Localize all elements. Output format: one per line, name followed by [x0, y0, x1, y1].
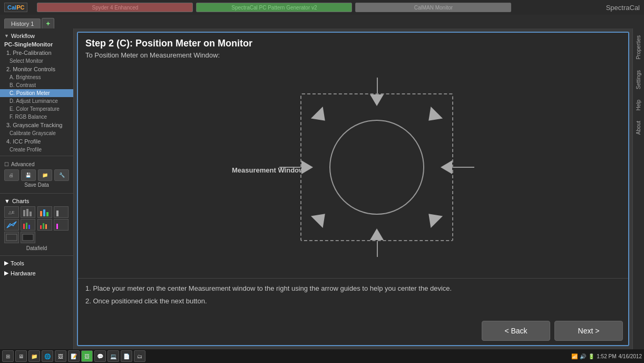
step-header: Step 2 (C): Position Meter on Monitor To…: [78, 33, 628, 62]
chart-icon-7[interactable]: [37, 219, 52, 231]
chart-icon-5[interactable]: [4, 219, 19, 231]
taskbar-date: 4/16/2012: [619, 354, 642, 359]
logo-cal: Cal: [7, 4, 16, 11]
taskbar-icon-7[interactable]: 💬: [94, 350, 106, 362]
charts-title[interactable]: ▼ Charts: [4, 198, 69, 204]
sidebar-item-select-monitor[interactable]: Select Monitor: [0, 57, 73, 65]
taskbar-icon-2[interactable]: 📁: [28, 350, 40, 362]
hardware-label: Hardware: [11, 270, 36, 276]
tab-bar: History 1 +: [0, 15, 644, 28]
calman-indicator[interactable]: CalMAN Monitor: [355, 3, 511, 12]
diagram-container: Measurement Window: [227, 80, 480, 260]
taskbar-icon-3[interactable]: 🌐: [42, 350, 53, 362]
sidebar-item-rgb-balance[interactable]: F. RGB Balance: [0, 113, 73, 121]
tool-icon-2[interactable]: 💾: [21, 169, 36, 181]
chart-icon-4[interactable]: [54, 206, 69, 218]
taskbar-icon-1[interactable]: 🖥: [15, 350, 27, 362]
arrow-top: [370, 94, 384, 106]
chart-icon-3[interactable]: [37, 206, 52, 218]
chart-icon-8[interactable]: [54, 219, 69, 231]
logo-pc: PC: [16, 4, 24, 11]
right-tab-about[interactable]: About: [633, 116, 643, 139]
step-subtitle: To Position Meter on Measurement Window:: [85, 51, 621, 59]
advanced-label: Advanced: [11, 161, 34, 167]
instruction-1: 1. Place your meter on the center Measur…: [85, 284, 621, 293]
svg-rect-1: [26, 209, 28, 216]
svg-rect-16: [23, 234, 33, 241]
sidebar-item-position-meter[interactable]: C. Position Meter: [0, 89, 73, 97]
taskbar-icon-6[interactable]: 🖼: [81, 350, 93, 362]
sidebar-item-grayscale-tracking[interactable]: 3. Grayscale Tracking: [0, 121, 73, 129]
taskbar-icon-5[interactable]: 📝: [68, 350, 80, 362]
workflow-label: Workflow: [11, 33, 35, 39]
right-tab-settings[interactable]: Settings: [633, 65, 643, 94]
tool-icon-1[interactable]: 🖨: [4, 169, 19, 181]
arrow-bottom: [370, 228, 384, 240]
arrow-left: [301, 160, 313, 174]
add-tab-button[interactable]: +: [42, 18, 54, 28]
sidebar-item-calibrate-grayscale[interactable]: Calibrate Grayscale: [0, 129, 73, 137]
svg-rect-12: [43, 223, 44, 229]
start-button[interactable]: ⊞: [2, 350, 14, 362]
monitor-controls-label: 2. Monitor Controls: [6, 66, 55, 72]
advanced-toggle[interactable]: ☐ Advanced: [4, 161, 69, 167]
workflow-arrow-icon: ▼: [4, 33, 9, 39]
svg-rect-8: [23, 224, 25, 229]
charts-icons-grid: △E: [4, 206, 69, 243]
next-button[interactable]: Next >: [554, 321, 623, 341]
right-tab-properties[interactable]: Properties: [633, 31, 643, 64]
arrow-line-left: [279, 167, 300, 168]
charts-arrow-icon: ▼: [4, 198, 10, 204]
chart-icon-6[interactable]: [21, 219, 35, 231]
svg-rect-14: [56, 224, 58, 229]
sidebar-item-brightness[interactable]: A. Brightness: [0, 73, 73, 81]
back-button[interactable]: < Back: [482, 321, 550, 341]
top-bar: CalPC Spyder 4 Enhanced SpectraCal PC Pa…: [0, 0, 644, 15]
arrow-line-right: [453, 167, 474, 168]
tool-icon-4[interactable]: 🔧: [54, 169, 69, 181]
chart-icon-9[interactable]: [4, 232, 19, 243]
tools-arrow-icon: ▶: [4, 260, 8, 266]
arrow-line-top: [377, 78, 378, 93]
workflow-section[interactable]: ▼ Workflow: [0, 31, 73, 40]
right-tab-help[interactable]: Help: [633, 95, 643, 116]
chart-icon-2[interactable]: [21, 206, 35, 218]
svg-rect-11: [40, 225, 42, 229]
sidebar-item-adjust-luminance[interactable]: D. Adjust Luminance: [0, 97, 73, 105]
volume-icon: 🔊: [580, 354, 586, 359]
taskbar-icon-9[interactable]: 📄: [121, 350, 132, 362]
spectrapcal-indicator[interactable]: SpectraCal PC Pattern Generator v2: [196, 3, 352, 12]
step-title: Step 2 (C): Position Meter on Monitor: [85, 38, 621, 49]
taskbar: ⊞ 🖥 📁 🌐 🖼 📝 🖼 💬 💻 📄 🗂 📶 🔊 🔋 1:52 PM 4/16…: [0, 349, 644, 363]
sidebar-item-hardware[interactable]: ▶ Hardware: [0, 268, 73, 278]
svg-rect-4: [43, 209, 45, 216]
sidebar-item-create-profile[interactable]: Create Profile: [0, 146, 73, 154]
svg-rect-5: [46, 212, 48, 216]
sidebar-item-contrast[interactable]: B. Contrast: [0, 81, 73, 89]
sidebar-item-tools[interactable]: ▶ Tools: [0, 258, 73, 268]
top-indicators: Spyder 4 Enhanced SpectraCal PC Pattern …: [37, 3, 511, 12]
chart-icon-1[interactable]: △E: [4, 206, 19, 218]
hardware-arrow-icon: ▶: [4, 270, 8, 276]
sidebar-item-pre-calibration[interactable]: 1. Pre-Calibration: [0, 49, 73, 57]
taskbar-icon-4[interactable]: 🖼: [55, 350, 66, 362]
sidebar: ▼ Workflow PC-SingleMonitor 1. Pre-Calib…: [0, 28, 74, 349]
sidebar-item-icc-profile[interactable]: 4. ICC Profile: [0, 137, 73, 146]
history-tab[interactable]: History 1: [4, 18, 41, 28]
spyder-indicator[interactable]: Spyder 4 Enhanced: [37, 3, 193, 12]
spectra-brand-label: SpectraCal: [606, 4, 640, 12]
logo-box: CalPC: [4, 3, 27, 12]
sidebar-item-color-temperature[interactable]: E. Color Temperature: [0, 105, 73, 113]
svg-rect-15: [6, 234, 17, 241]
taskbar-icon-10[interactable]: 🗂: [134, 350, 145, 362]
tools-label: Tools: [11, 260, 24, 266]
taskbar-icon-8[interactable]: 💻: [108, 350, 119, 362]
center-circle: [329, 120, 424, 215]
arrow-line-bottom: [377, 241, 378, 257]
tool-icon-3[interactable]: 📁: [38, 169, 53, 181]
chart-icon-10[interactable]: [21, 232, 35, 243]
svg-rect-6: [56, 211, 58, 216]
content-area: Step 2 (C): Position Meter on Monitor To…: [74, 28, 632, 349]
sidebar-tool-icons: 🖨 💾 📁 🔧: [4, 169, 69, 181]
sidebar-item-monitor-controls[interactable]: 2. Monitor Controls: [0, 65, 73, 73]
